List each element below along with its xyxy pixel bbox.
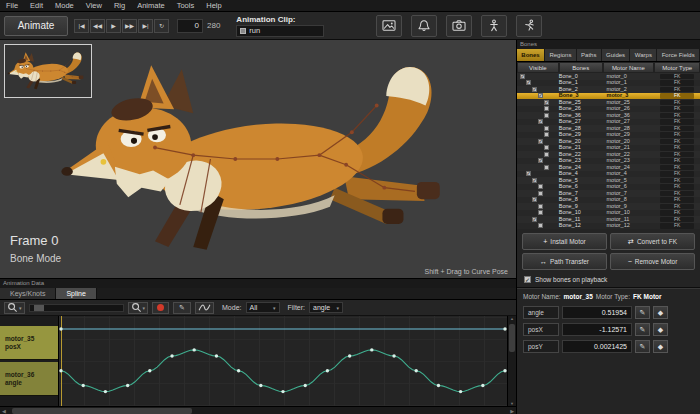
- keyframe-property-button[interactable]: ◆: [653, 323, 668, 336]
- column-header-bones[interactable]: Bones: [559, 62, 603, 73]
- zoom-slider[interactable]: [29, 304, 124, 312]
- bone-row[interactable]: Bone_12motor_12FK: [517, 223, 700, 230]
- column-header-motor-name[interactable]: Motor Name: [603, 62, 655, 73]
- menu-item-file[interactable]: File: [0, 1, 24, 10]
- zoom-in-button[interactable]: [128, 302, 149, 314]
- go-to-end-button[interactable]: ▶|: [138, 19, 153, 33]
- property-row-posX: posX-1.12571✎◆: [523, 323, 694, 336]
- column-header-visible[interactable]: Visible: [517, 62, 559, 73]
- tab-regions[interactable]: Regions: [545, 49, 577, 61]
- visibility-checkbox[interactable]: [544, 132, 549, 137]
- pose-icon[interactable]: [481, 15, 507, 37]
- visibility-checkbox[interactable]: [532, 197, 537, 202]
- vscrollbar-thumb[interactable]: [509, 324, 515, 352]
- hscrollbar-thumb[interactable]: [12, 408, 192, 414]
- menu-item-edit[interactable]: Edit: [24, 1, 49, 10]
- track-labels: motor_35posXmotor_36angle: [0, 316, 58, 406]
- visibility-checkbox[interactable]: [538, 223, 543, 228]
- path-transfer-icon: ↔: [540, 258, 547, 265]
- motor-type-chip: FK: [660, 106, 694, 112]
- menu-item-rig[interactable]: Rig: [108, 1, 131, 10]
- animate-mode-button[interactable]: Animate: [4, 16, 68, 36]
- visibility-checkbox[interactable]: [520, 74, 525, 79]
- menu-item-tools[interactable]: Tools: [171, 1, 201, 10]
- property-value-field[interactable]: -1.12571: [562, 323, 632, 336]
- visibility-checkbox[interactable]: [538, 184, 543, 189]
- track-label-motor_36[interactable]: motor_36angle: [0, 362, 58, 396]
- filter-select[interactable]: angle: [309, 302, 343, 313]
- property-value-field[interactable]: 0.0021425: [562, 340, 632, 353]
- tab-guides[interactable]: Guides: [602, 49, 631, 61]
- visibility-checkbox[interactable]: [538, 158, 543, 163]
- tab-warps[interactable]: Warps: [630, 49, 657, 61]
- pencil-tool-button[interactable]: ✎: [173, 302, 191, 314]
- spline-tool-button[interactable]: [195, 302, 214, 314]
- frame-number-field[interactable]: 0: [177, 19, 203, 33]
- export-image-icon[interactable]: [376, 15, 402, 37]
- edit-property-button[interactable]: ✎: [635, 306, 650, 319]
- animation-clip-select[interactable]: run: [236, 25, 324, 37]
- visibility-checkbox[interactable]: [532, 87, 537, 92]
- visibility-checkbox[interactable]: [538, 93, 543, 98]
- tab-bones[interactable]: Bones: [517, 49, 545, 61]
- mode-select[interactable]: All: [246, 302, 280, 313]
- path-transfer-button[interactable]: ↔Path Transfer: [522, 253, 607, 270]
- property-value-field[interactable]: 0.51954: [562, 306, 632, 319]
- visibility-checkbox[interactable]: [538, 204, 543, 209]
- menu-item-animate[interactable]: Animate: [131, 1, 171, 10]
- visibility-checkbox[interactable]: [532, 178, 537, 183]
- zoom-out-button[interactable]: [4, 302, 25, 314]
- tab-force-fields[interactable]: Force Fields: [657, 49, 700, 61]
- visibility-checkbox[interactable]: [544, 113, 549, 118]
- keyframe-property-button[interactable]: ◆: [653, 340, 668, 353]
- visibility-checkbox[interactable]: [538, 210, 543, 215]
- spline-editor[interactable]: [58, 316, 507, 406]
- convert-to-fk-button[interactable]: ⇄Convert to FK: [610, 233, 695, 250]
- visibility-checkbox[interactable]: [544, 100, 549, 105]
- step-back-button[interactable]: ◀◀: [90, 19, 105, 33]
- fox-character[interactable]: [48, 52, 478, 266]
- visibility-checkbox[interactable]: [544, 106, 549, 111]
- motor-type-chip: FK: [660, 80, 694, 86]
- show-bones-checkbox[interactable]: [524, 276, 531, 283]
- timeline-vscrollbar[interactable]: [507, 316, 516, 406]
- loop-button[interactable]: ↻: [154, 19, 169, 33]
- step-forward-button[interactable]: ▶▶: [122, 19, 137, 33]
- motor-name: motor_8: [603, 197, 655, 203]
- menu-item-mode[interactable]: Mode: [49, 1, 80, 10]
- timeline-tab-spline[interactable]: Spline: [56, 288, 96, 299]
- visibility-checkbox[interactable]: [538, 191, 543, 196]
- column-header-motor-type[interactable]: Motor Type: [654, 62, 700, 73]
- keyframe-property-button[interactable]: ◆: [653, 306, 668, 319]
- show-bones-row[interactable]: Show bones on playback: [517, 274, 700, 287]
- go-to-start-button[interactable]: |◀: [74, 19, 89, 33]
- run-cycle-icon[interactable]: [516, 15, 542, 37]
- remove-motor-button[interactable]: −Remove Motor: [610, 253, 695, 270]
- record-keys-button[interactable]: [152, 302, 169, 314]
- menu-item-view[interactable]: View: [80, 1, 108, 10]
- install-motor-button[interactable]: +Install Motor: [522, 233, 607, 250]
- visibility-checkbox[interactable]: [526, 80, 531, 85]
- visibility-checkbox[interactable]: [544, 126, 549, 131]
- visibility-checkbox[interactable]: [538, 119, 543, 124]
- viewport[interactable]: Frame 0 Bone Mode Shift + Drag to Curve …: [0, 40, 516, 278]
- visibility-checkbox[interactable]: [544, 165, 549, 170]
- tab-paths[interactable]: Paths: [577, 49, 602, 61]
- property-name: posX: [523, 323, 559, 336]
- zoom-slider-thumb[interactable]: [34, 305, 44, 311]
- visibility-checkbox[interactable]: [526, 171, 531, 176]
- camera-icon[interactable]: [446, 15, 472, 37]
- menu-item-help[interactable]: Help: [200, 1, 227, 10]
- edit-property-button[interactable]: ✎: [635, 340, 650, 353]
- play-button[interactable]: ▶: [106, 19, 121, 33]
- visibility-checkbox[interactable]: [532, 217, 537, 222]
- edit-property-button[interactable]: ✎: [635, 323, 650, 336]
- bone-name: Bone_23: [559, 158, 603, 164]
- track-label-motor_35[interactable]: motor_35posX: [0, 326, 58, 360]
- visibility-checkbox[interactable]: [538, 139, 543, 144]
- visibility-checkbox[interactable]: [544, 145, 549, 150]
- timeline-hscrollbar[interactable]: [0, 406, 516, 414]
- visibility-checkbox[interactable]: [544, 152, 549, 157]
- timeline-tab-keys-knots[interactable]: Keys/Knots: [0, 288, 56, 299]
- bell-icon[interactable]: [411, 15, 437, 37]
